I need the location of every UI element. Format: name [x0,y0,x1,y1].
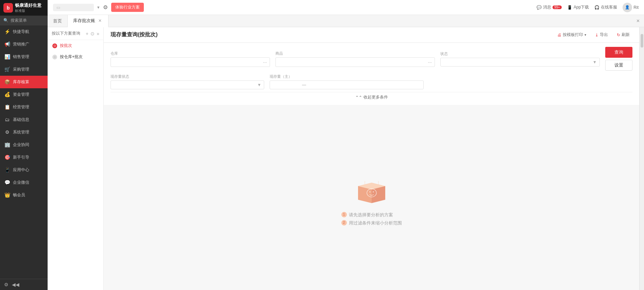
left-panel: 按以下方案查询 + ⊙ » ⊙ 按批次 ○ 按仓库+批次 [48,27,104,290]
settings-button[interactable]: 设置 [605,60,632,71]
empty-state: 1 请先选择要分析的方案 2 用过滤条件来缩小分析范围 [104,105,639,290]
refresh-btn[interactable]: ↻ 刷新 [614,31,632,39]
sidebar-item-label: 企业协同 [13,142,29,148]
hint-num-2: 2 [341,220,347,225]
status-arrow-icon: ▼ [593,60,597,65]
filter-row-1: 仓库 ··· 商品 ··· 状态 [111,47,632,71]
appstore-icon: 📱 [4,167,10,173]
sidebar-item-inventory[interactable]: 📦 库存核算 [0,76,48,88]
topbar-dropdown-icon[interactable]: ▾ [97,5,100,10]
page-actions: 🖨 按模板打印 ▾ ⤓ 导出 ↻ 刷新 [555,31,632,39]
sidebar-item-label: 新手引导 [13,155,29,160]
scheme-by-warehouse-batch[interactable]: ○ 按仓库+批次 [48,51,103,62]
sidebar-item-operations[interactable]: 📋 经营管理 [0,101,48,113]
app-download-group[interactable]: 📱 App下载 [567,4,589,10]
left-panel-title: 按以下方案查询 [52,31,80,36]
warehouse-label: 仓库 [111,51,270,56]
status-input[interactable]: ▼ [440,58,600,67]
sidebar-item-label: 应用中心 [13,167,29,173]
export-btn[interactable]: ⤓ 导出 [592,31,611,39]
inventory-qty-from[interactable] [273,83,300,87]
add-scheme-icon[interactable]: + [86,31,88,36]
sidebar-logo: b [3,3,13,13]
print-dropdown-icon[interactable]: ▾ [584,33,586,37]
inventory-icon: 📦 [4,79,10,85]
inventory-status-input[interactable]: ▼ [111,80,264,89]
sidebar-item-marketing[interactable]: 📢 营销推广 [0,38,48,51]
empty-hint-2-text: 用过滤条件来缩小分析范围 [349,220,402,226]
topbar-left: ▭ ▾ ⚙ 体验行业方案 [53,3,144,12]
topbar-search-icon: ▭ [56,5,60,10]
empty-hints: 1 请先选择要分析的方案 2 用过滤条件来缩小分析范围 [341,212,402,226]
scheme-settings-icon[interactable]: ⊙ [90,31,95,36]
topbar-gear-icon[interactable]: ⚙ [103,4,108,11]
right-scrollbar[interactable] [639,27,644,290]
sidebar-item-newbie[interactable]: 🎯 新手引导 [0,151,48,164]
online-service-group[interactable]: 🎧 在线客服 [594,4,617,10]
sidebar-title: 畅康通好生意 标准版 [15,3,41,13]
inventory-qty-input[interactable]: — [270,80,423,89]
tab-home-label: 首页 [53,18,62,24]
status-filter: 状态 ▼ [440,51,600,67]
goods-input[interactable]: ··· [275,57,435,67]
print-template-btn[interactable]: 🖨 按模板打印 ▾ [555,31,589,39]
sidebar-item-member[interactable]: 👑 畅会员 [0,189,48,201]
scheme-by-batch[interactable]: ⊙ 按批次 [48,40,103,51]
sidebar-item-label: 营销推广 [13,41,29,47]
left-panel-icons: + ⊙ » [86,31,99,36]
sidebar-item-quick-nav[interactable]: ⚡ 快捷导航 [0,25,48,38]
sidebar-item-system[interactable]: ⚙ 系统管理 [0,126,48,139]
warehouse-filter: 仓库 ··· [111,51,270,67]
warehouse-input[interactable]: ··· [111,57,270,67]
panel-collapse-icon[interactable]: » [97,31,99,36]
tab-close-icon[interactable]: ✕ [97,18,103,23]
sidebar-nav: ⚡ 快捷导航 📢 营销推广 📊 销售管理 🛒 采购管理 📦 库存核算 💰 资金管… [0,25,48,279]
sidebar-item-sales[interactable]: 📊 销售管理 [0,51,48,63]
sidebar-item-finance[interactable]: 💰 资金管理 [0,88,48,101]
warehouse-dots[interactable]: ··· [263,59,267,65]
topbar-search-box[interactable]: ▭ [53,4,94,11]
sidebar-item-purchase[interactable]: 🛒 采购管理 [0,63,48,76]
print-icon: 🖨 [557,33,561,37]
sidebar-item-label: 企业微信 [13,180,29,185]
tab-bar-close-btn[interactable]: ✕ [632,15,644,27]
messages-group[interactable]: 💬 消息 99+ [537,4,562,10]
experience-btn[interactable]: 体验行业方案 [111,3,144,12]
sidebar-item-basic[interactable]: 🗂 基础信息 [0,113,48,126]
goods-dots[interactable]: ··· [428,59,432,65]
inventory-qty-dash: — [302,83,306,87]
sidebar-item-enterprise[interactable]: 🏢 企业协同 [0,139,48,151]
refresh-icon: ↻ [617,33,620,37]
scrollbar-thumb[interactable] [641,34,643,48]
empty-hint-2: 2 用过滤条件来缩小分析范围 [341,220,402,226]
sidebar-search[interactable]: 🔍 搜索菜单 [0,16,48,25]
scheme-label: 按仓库+批次 [60,54,83,60]
message-icon: 💬 [537,5,542,10]
app-download-label: App下载 [574,4,589,10]
sidebar-item-label: 基础信息 [13,117,29,123]
filter-row-2: 现存量状态 ▼ 现存量（主） — [111,74,632,89]
query-button[interactable]: 查询 [605,47,632,58]
user-group[interactable]: 👤 Rit [623,3,639,12]
tab-inventory-batch[interactable]: 库存批次账 ✕ [68,15,108,27]
sidebar-item-appstore[interactable]: 📱 应用中心 [0,164,48,176]
online-service-label: 在线客服 [601,4,617,10]
sidebar-settings-icon[interactable]: ⚙ [4,282,9,287]
sidebar-item-wechat[interactable]: 💬 企业微信 [0,176,48,189]
inventory-status-label: 现存量状态 [111,74,264,79]
collapse-chevron-up-icon: ⌃⌃ [355,95,362,100]
page-header: 现存量查询(按批次) 🖨 按模板打印 ▾ ⤓ 导出 ↻ 刷新 [104,27,639,43]
sidebar-item-label: 资金管理 [13,92,29,97]
avatar: 👤 [623,3,632,12]
sidebar-header: b 畅康通好生意 标准版 [0,0,48,16]
page-title: 现存量查询(按批次) [111,31,158,38]
left-panel-header: 按以下方案查询 + ⊙ » [48,27,103,40]
collapse-more-btn[interactable]: ⌃⌃ 收起更多条件 [111,92,632,102]
inventory-qty-to[interactable] [308,83,335,87]
tab-home[interactable]: 首页 [48,15,68,27]
close-icon: ✕ [636,18,640,23]
filter-area: 仓库 ··· 商品 ··· 状态 [104,43,639,105]
print-template-label: 按模板打印 [563,32,583,38]
sidebar-collapse-icon[interactable]: ◀◀ [12,282,19,287]
newbie-icon: 🎯 [4,155,10,160]
